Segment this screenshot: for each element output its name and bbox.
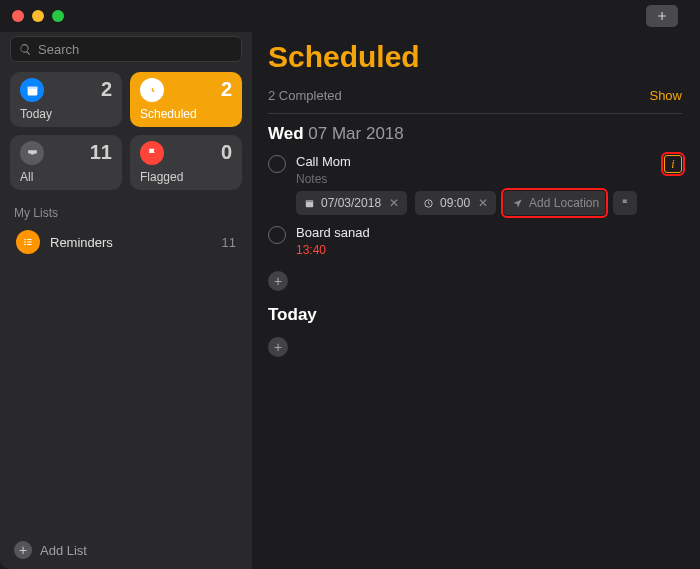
list-count: 11 [222,235,236,250]
svg-rect-10 [306,200,313,202]
section-heading-today: Today [268,305,682,325]
page-title: Scheduled [268,40,682,74]
today-count: 2 [101,78,112,101]
all-label: All [20,170,112,184]
smartlist-scheduled[interactable]: 2 Scheduled [130,72,242,127]
smartlist-flagged[interactable]: 0 Flagged [130,135,242,190]
add-reminder-inline-button[interactable]: + [268,271,288,291]
svg-rect-7 [27,242,32,243]
svg-point-5 [24,244,26,246]
list-name: Reminders [50,235,212,250]
reminder-checkbox[interactable] [268,226,286,244]
reminder-item: Board sanad 13:40 [268,223,682,265]
reminder-time-field[interactable]: 09:00 ✕ [415,191,496,215]
clock-icon [140,78,164,102]
clear-time-button[interactable]: ✕ [476,196,490,210]
add-location-button[interactable]: Add Location [504,191,605,215]
flag-outline-icon [620,198,631,209]
calendar-today-icon [20,78,44,102]
add-list-button[interactable]: + Add List [10,531,242,569]
reminder-title[interactable]: Board sanad [296,225,682,240]
flagged-label: Flagged [140,170,232,184]
reminder-date-field[interactable]: 07/03/2018 ✕ [296,191,407,215]
today-label: Today [20,107,112,121]
plus-circle-icon: + [14,541,32,559]
add-list-label: Add List [40,543,87,558]
calendar-icon [304,198,315,209]
list-bullet-icon [16,230,40,254]
reminder-info-button[interactable]: i [664,155,682,173]
scheduled-count: 2 [221,78,232,101]
close-window[interactable] [12,10,24,22]
location-placeholder: Add Location [529,196,599,210]
svg-point-4 [24,241,26,243]
svg-rect-8 [27,244,32,245]
show-completed-button[interactable]: Show [649,88,682,103]
location-arrow-icon [512,198,523,209]
list-item-reminders[interactable]: Reminders 11 [10,226,242,258]
reminder-item: Call Mom Notes 07/03/2018 ✕ 09:00 ✕ [268,152,682,223]
tray-icon [20,141,44,165]
flag-icon [140,141,164,165]
add-reminder-inline-button[interactable]: + [268,337,288,357]
clear-date-button[interactable]: ✕ [387,196,401,210]
flag-toggle[interactable] [613,191,637,215]
time-value: 09:00 [440,196,470,210]
completed-text: 2 Completed [268,88,342,103]
section-heading-date: 07 Mar 2018 [308,124,403,143]
reminder-checkbox[interactable] [268,155,286,173]
search-input[interactable]: Search [10,36,242,62]
smartlist-today[interactable]: 2 Today [10,72,122,127]
minimize-window[interactable] [32,10,44,22]
section-heading-day: Wed [268,124,304,143]
reminder-title[interactable]: Call Mom [296,154,654,169]
scheduled-label: Scheduled [140,107,232,121]
svg-rect-1 [27,86,37,88]
reminder-due-time: 13:40 [296,243,682,257]
smartlist-all[interactable]: 11 All [10,135,122,190]
search-icon [19,43,32,56]
all-count: 11 [90,141,112,164]
reminder-notes-field[interactable]: Notes [296,172,654,186]
add-reminder-button[interactable] [646,5,678,27]
mylists-header: My Lists [14,206,238,220]
time-icon [423,198,434,209]
svg-rect-6 [27,239,32,240]
search-placeholder: Search [38,42,79,57]
fullscreen-window[interactable] [52,10,64,22]
date-value: 07/03/2018 [321,196,381,210]
flagged-count: 0 [221,141,232,164]
svg-point-3 [24,239,26,241]
